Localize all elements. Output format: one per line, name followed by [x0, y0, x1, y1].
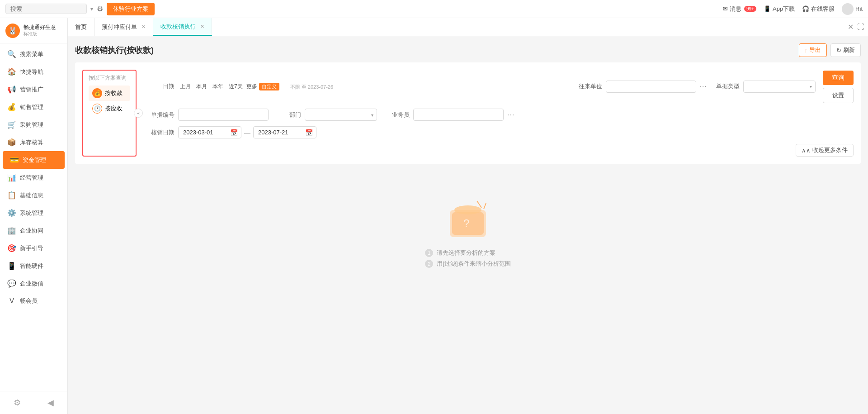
writeoff-date-label: 核销日期: [149, 128, 175, 137]
customer-service-button[interactable]: 🎧 在线客服: [802, 5, 835, 13]
filter-scheme-panel: 按以下方案查询 💰 按收款 🕐 按应收 «: [82, 70, 137, 157]
home-icon: 🏠: [7, 67, 16, 76]
app-download-button[interactable]: 📱 App下载: [764, 5, 795, 13]
sidebar-item-guide[interactable]: 🎯 新手引导: [0, 239, 67, 257]
collapse-more-button[interactable]: ∧∧ 收起更多条件: [796, 144, 854, 157]
calendar-end-icon[interactable]: 📅: [305, 129, 313, 136]
date-hint: 不限 至 2023-07-26: [290, 83, 333, 90]
filter-collapse-row: ∧∧ 收起更多条件: [149, 144, 854, 157]
date-this-year[interactable]: 本年: [211, 82, 225, 91]
refresh-button[interactable]: ↻ 刷新: [830, 43, 861, 57]
wechat-icon: 💬: [7, 279, 16, 288]
sidebar-item-label: 采购管理: [20, 121, 43, 129]
tab-close-writeoff[interactable]: ✕: [200, 24, 204, 29]
date-7days[interactable]: 近7天: [227, 82, 245, 91]
sidebar-item-search[interactable]: 🔍 搜索菜单: [0, 45, 67, 63]
doc-no-input[interactable]: [178, 109, 269, 121]
sidebar-item-enterprise[interactable]: 🏢 企业协同: [0, 222, 67, 239]
salesman-input[interactable]: [413, 109, 504, 121]
writeoff-date-field: 核销日期 📅 — 📅: [149, 126, 316, 138]
chevron-down-icon[interactable]: ▾: [90, 6, 93, 12]
counterparty-more-btn[interactable]: ···: [700, 82, 707, 90]
message-icon: ✉: [723, 5, 728, 12]
tab-writeoff[interactable]: 收款核销执行 ✕: [153, 18, 212, 36]
settings-button[interactable]: 设置: [823, 88, 854, 103]
counterparty-input[interactable]: [606, 81, 696, 93]
empty-svg: ?: [441, 196, 495, 242]
doc-type-label: 单据类型: [714, 82, 740, 90]
sidebar-item-purchase[interactable]: 🛒 采购管理: [0, 116, 67, 133]
sidebar-item-inventory[interactable]: 📦 库存核算: [0, 133, 67, 151]
svg-point-2: [454, 205, 481, 214]
filter-row-3: 核销日期 📅 — 📅: [149, 126, 854, 138]
tab-close-prepay[interactable]: ✕: [142, 24, 146, 30]
filter-panel: 按以下方案查询 💰 按收款 🕐 按应收 «: [75, 62, 861, 164]
hint-text-2: 用[过滤]条件来缩小分析范围: [437, 260, 510, 268]
user-menu[interactable]: Rit: [842, 3, 863, 15]
sidebar-item-hardware[interactable]: 📱 智能硬件: [0, 257, 67, 275]
hardware-icon: 📱: [7, 262, 16, 270]
hint-text-1: 请先选择要分析的方案: [437, 249, 495, 257]
sidebar-item-system[interactable]: ⚙️ 系统管理: [0, 204, 67, 222]
calendar-start-icon[interactable]: 📅: [230, 129, 238, 136]
sidebar-item-sales[interactable]: 💰 销售管理: [0, 98, 67, 116]
sidebar-item-finance[interactable]: 💳 资金管理: [3, 151, 65, 169]
purchase-icon: 🛒: [7, 120, 16, 129]
hint-num-1: 1: [425, 249, 433, 257]
top-bar: ▾ ⚙ 休验行业方案 ✉ 消息 99+ 📱 App下载 🎧 在线客服 Rit: [0, 0, 868, 18]
sidebar-item-label: 企业协同: [20, 227, 43, 235]
doc-type-select-wrap: ▾: [743, 81, 816, 93]
empty-hint-1: 1 请先选择要分析的方案: [425, 249, 510, 257]
sidebar-item-wechat[interactable]: 💬 企业微信: [0, 275, 67, 292]
date-more[interactable]: 更多: [246, 83, 257, 90]
filter-option-by-receivable[interactable]: 🕐 按应收: [89, 101, 130, 116]
sidebar-item-label: 畅会员: [20, 297, 38, 305]
tab-home[interactable]: 首页: [68, 18, 94, 36]
service-icon: 🎧: [802, 5, 809, 12]
receipt-icon: 💰: [92, 88, 102, 98]
svg-line-5: [484, 203, 486, 209]
date-custom-badge[interactable]: 自定义: [259, 83, 279, 90]
filter-option-by-receipt[interactable]: 💰 按收款: [89, 86, 130, 101]
member-icon: V: [7, 297, 16, 305]
date-last-month[interactable]: 上月: [178, 82, 193, 91]
sidebar-collapse-icon[interactable]: ◀: [45, 395, 57, 410]
date-label: 日期: [149, 82, 175, 90]
date-this-month[interactable]: 本月: [194, 82, 209, 91]
hint-num-2: 2: [425, 260, 433, 268]
sidebar-menu: 🔍 搜索菜单 🏠 快捷导航 📢 营销推广 💰 销售管理 🛒 采购管理 📦: [0, 43, 67, 391]
sidebar-item-label: 快捷导航: [20, 68, 43, 76]
tab-expand-icon[interactable]: ⛶: [857, 23, 864, 31]
enterprise-icon: 🏢: [7, 226, 16, 235]
sidebar-item-operation[interactable]: 📊 经营管理: [0, 169, 67, 186]
doc-type-select[interactable]: [743, 81, 816, 93]
filter-collapse-button[interactable]: «: [134, 109, 143, 118]
search-input[interactable]: [5, 4, 87, 14]
sidebar-item-label: 企业微信: [20, 280, 43, 288]
salesman-field: 业务员 ···: [384, 109, 514, 121]
date-field: 日期 上月 本月 本年 近7天 更多 自定义: [149, 82, 279, 91]
sidebar-item-member[interactable]: V 畅会员: [0, 292, 67, 309]
industry-button[interactable]: 休验行业方案: [107, 3, 155, 15]
sidebar-item-shortcut[interactable]: 🏠 快捷导航: [0, 63, 67, 81]
main-layout: 🐰 畅捷通好生意 标准版 🔍 搜索菜单 🏠 快捷导航 📢 营销推广 💰 销售管理: [0, 18, 868, 414]
sales-icon: 💰: [7, 103, 16, 111]
query-button[interactable]: 查询: [823, 71, 854, 85]
logo-badge: 标准版: [24, 31, 56, 37]
dept-select[interactable]: [305, 109, 377, 121]
message-button[interactable]: ✉ 消息 99+: [723, 5, 756, 13]
tab-prepay[interactable]: 预付冲应付单 ✕: [94, 18, 153, 36]
settings-icon[interactable]: ⚙: [97, 5, 103, 13]
salesman-more-btn[interactable]: ···: [507, 111, 514, 119]
export-button[interactable]: ↑ 导出: [799, 43, 827, 57]
tab-close-all-icon[interactable]: ✕: [848, 23, 854, 31]
dept-field: 部门 ▾: [276, 109, 377, 121]
tab-label: 预付冲应付单: [102, 23, 137, 31]
sidebar-settings-icon[interactable]: ⚙: [11, 395, 24, 410]
search-menu-icon: 🔍: [7, 50, 16, 58]
date-hint-text: 不限 至 2023-07-26: [290, 84, 333, 90]
sidebar-item-basic[interactable]: 📋 基础信息: [0, 186, 67, 204]
inventory-icon: 📦: [7, 138, 16, 147]
sidebar-item-marketing[interactable]: 📢 营销推广: [0, 81, 67, 98]
tab-label: 首页: [75, 23, 87, 31]
